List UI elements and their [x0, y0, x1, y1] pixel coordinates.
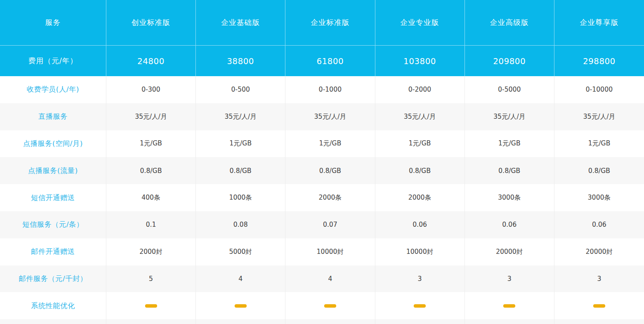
- feature-value: 1元/GB: [465, 130, 554, 157]
- feature-value: 1元/GB: [375, 130, 465, 157]
- feature-value: 0.06: [465, 211, 554, 238]
- feature-value: 0.06: [375, 211, 465, 238]
- feature-value: 0-2000: [375, 76, 465, 103]
- feature-value: [106, 292, 196, 319]
- feature-value: [285, 292, 375, 319]
- feature-value: 0.08: [196, 211, 285, 238]
- feature-value: 3: [375, 265, 465, 293]
- feature-value: 35元/人/月: [465, 103, 554, 130]
- feature-value: 2000条: [285, 184, 375, 211]
- feature-value: 35元/人/月: [106, 103, 196, 130]
- feature-value: 3000条: [554, 184, 644, 211]
- cutoff-cell: [465, 319, 554, 324]
- feature-row: 邮件开通赠送2000封5000封10000封10000封20000封20000封: [0, 238, 644, 265]
- feature-row: 点播服务(流量)0.8/GB0.8/GB0.8/GB0.8/GB0.8/GB0.…: [0, 157, 644, 184]
- feature-value: 20000封: [554, 238, 644, 265]
- service-column-header: 服务: [0, 0, 106, 46]
- dash-icon: [503, 304, 515, 308]
- pricing-table: 服务 创业标准版企业基础版企业标准版企业专业版企业高级版企业尊享版 费用（元/年…: [0, 0, 644, 324]
- feature-value: [554, 292, 644, 319]
- feature-row-label: 短信开通赠送: [0, 184, 106, 211]
- feature-value: 0.8/GB: [554, 157, 644, 184]
- feature-value: 0.8/GB: [465, 157, 554, 184]
- feature-value: 35元/人/月: [375, 103, 465, 130]
- feature-value: 4: [285, 265, 375, 293]
- plan-column-header: 企业标准版: [285, 0, 375, 46]
- plan-column-header: 创业标准版: [106, 0, 196, 46]
- feature-row-label: 系统性能优化: [0, 292, 106, 319]
- feature-row: 直播服务35元/人/月35元/人/月35元/人/月35元/人/月35元/人/月3…: [0, 103, 644, 130]
- feature-value: [465, 292, 554, 319]
- plan-column-header: 企业尊享版: [554, 0, 644, 46]
- feature-value: 0.1: [106, 211, 196, 238]
- feature-value: 2000条: [375, 184, 465, 211]
- dash-icon: [593, 304, 605, 308]
- feature-value: 10000封: [375, 238, 465, 265]
- dash-icon: [145, 304, 157, 308]
- dash-icon: [235, 304, 247, 308]
- plan-price: 103800: [375, 46, 465, 76]
- cutoff-cell: [106, 319, 196, 324]
- feature-value: 3: [554, 265, 644, 293]
- dash-icon: [414, 304, 426, 308]
- dash-icon: [324, 304, 336, 308]
- feature-value: 10000封: [285, 238, 375, 265]
- feature-value: 35元/人/月: [285, 103, 375, 130]
- feature-value: 5: [106, 265, 196, 293]
- plan-column-header: 企业基础版: [196, 0, 285, 46]
- feature-value: 3: [465, 265, 554, 293]
- feature-value: 1000条: [196, 184, 285, 211]
- feature-value: 0-500: [196, 76, 285, 103]
- cutoff-cell: [196, 319, 285, 324]
- feature-value: 0-10000: [554, 76, 644, 103]
- feature-value: 0.8/GB: [106, 157, 196, 184]
- feature-value: 1元/GB: [554, 130, 644, 157]
- feature-value: 0-5000: [465, 76, 554, 103]
- feature-value: 1元/GB: [106, 130, 196, 157]
- feature-row-label: 点播服务(空间/月): [0, 130, 106, 157]
- plan-price: 61800: [285, 46, 375, 76]
- feature-row: 收费学员(人/年)0-3000-5000-10000-20000-50000-1…: [0, 76, 644, 103]
- feature-value: 0-300: [106, 76, 196, 103]
- feature-row-label: 直播服务: [0, 103, 106, 130]
- plan-column-header: 企业高级版: [465, 0, 554, 46]
- plan-price: 24800: [106, 46, 196, 76]
- feature-row: 邮件服务（元/千封）544333: [0, 265, 644, 293]
- cutoff-cell: [554, 319, 644, 324]
- feature-value: 0.06: [554, 211, 644, 238]
- feature-row-label: 邮件服务（元/千封）: [0, 265, 106, 293]
- feature-row-label: 收费学员(人/年): [0, 76, 106, 103]
- cutoff-cell: [285, 319, 375, 324]
- cutoff-cell: [0, 319, 106, 324]
- feature-row-label: 邮件开通赠送: [0, 238, 106, 265]
- cutoff-row: [0, 319, 644, 324]
- feature-row-label: 短信服务（元/条）: [0, 211, 106, 238]
- feature-row: 点播服务(空间/月)1元/GB1元/GB1元/GB1元/GB1元/GB1元/GB: [0, 130, 644, 157]
- feature-value: 3000条: [465, 184, 554, 211]
- feature-value: 5000封: [196, 238, 285, 265]
- feature-value: [196, 292, 285, 319]
- plan-header-row: 服务 创业标准版企业基础版企业标准版企业专业版企业高级版企业尊享版: [0, 0, 644, 46]
- feature-value: 35元/人/月: [554, 103, 644, 130]
- feature-value: 0.8/GB: [375, 157, 465, 184]
- plan-price: 38800: [196, 46, 285, 76]
- feature-value: 35元/人/月: [196, 103, 285, 130]
- feature-value: 1元/GB: [196, 130, 285, 157]
- plan-price: 298800: [554, 46, 644, 76]
- plan-price: 209800: [465, 46, 554, 76]
- feature-row: 短信开通赠送400条1000条2000条2000条3000条3000条: [0, 184, 644, 211]
- feature-value: 0.8/GB: [285, 157, 375, 184]
- feature-value: [375, 292, 465, 319]
- feature-row: 系统性能优化: [0, 292, 644, 319]
- feature-value: 1元/GB: [285, 130, 375, 157]
- price-row-label: 费用（元/年）: [0, 46, 106, 76]
- feature-value: 0.8/GB: [196, 157, 285, 184]
- feature-value: 2000封: [106, 238, 196, 265]
- feature-row-label: 点播服务(流量): [0, 157, 106, 184]
- feature-value: 0.07: [285, 211, 375, 238]
- plan-column-header: 企业专业版: [375, 0, 465, 46]
- feature-value: 20000封: [465, 238, 554, 265]
- feature-value: 400条: [106, 184, 196, 211]
- feature-value: 0-1000: [285, 76, 375, 103]
- price-row: 费用（元/年） 24800388006180010380020980029880…: [0, 46, 644, 76]
